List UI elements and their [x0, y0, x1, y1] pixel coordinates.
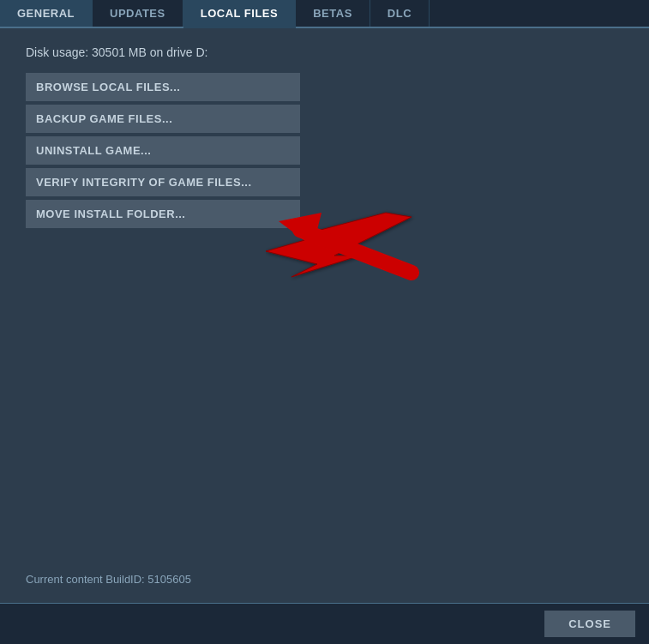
action-buttons-list: BROWSE LOCAL FILES... BACKUP GAME FILES.…	[26, 73, 300, 228]
svg-line-1	[300, 230, 412, 273]
close-button[interactable]: CLOSE	[544, 611, 635, 637]
tab-updates[interactable]: UPDATES	[93, 0, 183, 27]
browse-local-files-button[interactable]: BROWSE LOCAL FILES...	[26, 73, 300, 101]
verify-integrity-button[interactable]: VERIFY INTEGRITY OF GAME FILES...	[26, 168, 300, 196]
tab-local-files[interactable]: LOCAL FILES	[183, 0, 296, 28]
footer: CLOSE	[0, 603, 649, 644]
tab-betas[interactable]: BETAS	[296, 0, 370, 27]
build-id-label: Current content BuildID: 5105605	[26, 573, 191, 586]
tab-dlc[interactable]: DLC	[370, 0, 430, 27]
move-install-folder-button[interactable]: MOVE INSTALL FOLDER...	[26, 200, 300, 228]
tab-bar: GENERAL UPDATES LOCAL FILES BETAS DLC	[0, 0, 649, 28]
content-area: Disk usage: 30501 MB on drive D: BROWSE …	[0, 28, 649, 603]
backup-game-files-button[interactable]: BACKUP GAME FILES...	[26, 105, 300, 133]
disk-usage-label: Disk usage: 30501 MB on drive D:	[26, 45, 623, 59]
uninstall-game-button[interactable]: UNINSTALL GAME...	[26, 136, 300, 165]
tab-general[interactable]: GENERAL	[0, 0, 93, 27]
